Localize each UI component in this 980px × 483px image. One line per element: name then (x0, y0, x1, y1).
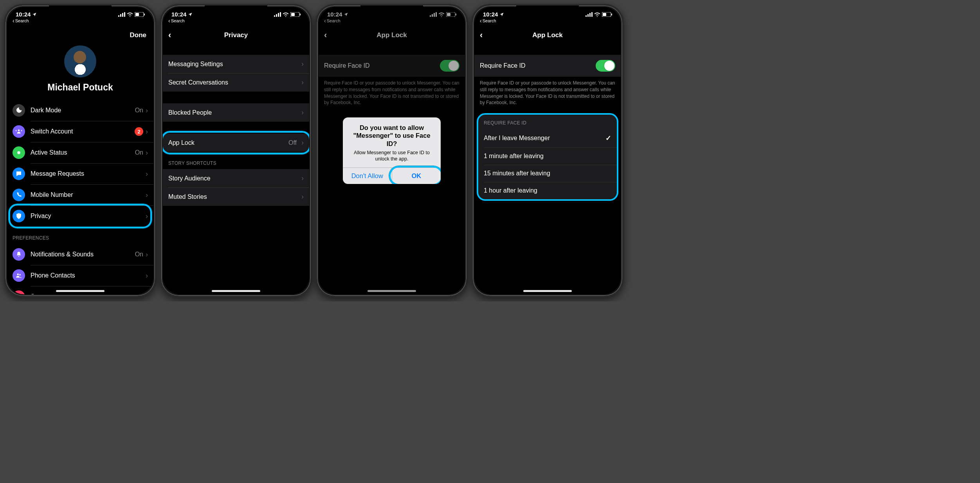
option-label: After I leave Messenger (484, 135, 550, 142)
chevron-right-icon: › (146, 212, 148, 220)
location-icon (188, 12, 193, 17)
timing-option[interactable]: 15 minutes after leaving (478, 165, 617, 182)
settings-row-phone-contacts[interactable]: Phone Contacts› (7, 265, 153, 286)
cell-signal-icon (118, 12, 125, 17)
status-time: 10:24 (483, 11, 498, 18)
chevron-right-icon: › (146, 272, 148, 280)
settings-row-mobile-number[interactable]: Mobile Number› (7, 184, 153, 205)
breadcrumb-back[interactable]: Search (474, 18, 621, 26)
row-label: Privacy (31, 213, 146, 220)
back-button[interactable]: ‹ (480, 30, 483, 40)
faceid-toggle[interactable] (596, 60, 615, 72)
row-label: Muted Stories (168, 193, 207, 200)
nav-bar: ‹ Privacy (163, 26, 309, 44)
status-bar: 10:24 (163, 7, 309, 18)
breadcrumb-back[interactable]: Search (163, 18, 309, 26)
avatar[interactable] (64, 45, 96, 77)
section-require-faceid: REQUIRE FACE ID (478, 115, 617, 129)
timing-option[interactable]: 1 minute after leaving (478, 148, 617, 165)
settings-row-dark-mode[interactable]: Dark ModeOn› (7, 100, 153, 121)
svg-rect-5 (135, 13, 139, 16)
shield-icon (13, 210, 25, 222)
settings-row-notifications-&-sounds[interactable]: Notifications & SoundsOn› (7, 244, 153, 265)
svg-rect-14 (274, 15, 275, 17)
settings-row-switch-account[interactable]: Switch Account2› (7, 121, 153, 142)
row-blocked-people[interactable]: Blocked People› (163, 103, 309, 122)
faceid-permission-alert: Do you want to allow"Messenger" to use F… (319, 7, 465, 294)
row-label: Active Status (31, 149, 135, 156)
row-messaging-settings[interactable]: Messaging Settings› (163, 55, 309, 73)
alert-message: Allow Messenger to use Face ID to unlock… (348, 150, 435, 162)
done-button[interactable]: Done (130, 31, 147, 39)
alert-deny-button[interactable]: Don't Allow (343, 168, 392, 184)
chat-icon (13, 168, 25, 180)
svg-rect-34 (611, 13, 612, 15)
switch-icon (13, 125, 25, 138)
timing-option[interactable]: After I leave Messenger✓ (478, 129, 617, 148)
status-time: 10:24 (16, 11, 31, 18)
settings-row-privacy[interactable]: Privacy› (7, 205, 153, 227)
settings-row-active-status[interactable]: Active StatusOn› (7, 142, 153, 163)
status-icons (274, 12, 301, 17)
alert-title: Do you want to allow"Messenger" to use F… (348, 124, 435, 148)
phone-1-profile: 10:24 Search Done Michael Potuck Dark Mo… (4, 4, 157, 297)
bell-icon (13, 248, 25, 261)
chevron-right-icon: › (301, 60, 304, 68)
row-value: On (135, 251, 143, 258)
nav-bar: ‹ App Lock (474, 26, 621, 44)
svg-rect-33 (603, 13, 606, 16)
breadcrumb-back[interactable]: Search (7, 18, 153, 26)
row-label: Secret Conversations (168, 79, 228, 86)
row-label: Message Requests (31, 170, 146, 177)
svg-rect-1 (120, 14, 121, 17)
row-value: Off (288, 139, 297, 146)
home-indicator[interactable] (212, 290, 260, 292)
row-app-lock[interactable]: App LockOff› (163, 133, 309, 152)
svg-rect-29 (587, 14, 589, 17)
row-label: Messaging Settings (168, 61, 223, 68)
chevron-right-icon: › (301, 193, 304, 201)
chevron-right-icon: › (301, 78, 304, 87)
nav-title: Privacy (224, 31, 248, 39)
row-label: Switch Account (31, 128, 135, 135)
back-button[interactable]: ‹ (168, 30, 171, 40)
require-faceid-row[interactable]: Require Face ID (474, 55, 621, 77)
status-bar: 10:24 (7, 7, 153, 18)
profile-name: Michael Potuck (7, 82, 153, 93)
dot-icon (13, 146, 25, 159)
location-icon (499, 12, 504, 17)
battery-icon (135, 12, 145, 17)
settings-row-message-requests[interactable]: Message Requests› (7, 163, 153, 184)
row-label: Notifications & Sounds (31, 251, 135, 258)
people-icon (13, 269, 25, 282)
row-secret-conversations[interactable]: Secret Conversations› (163, 73, 309, 92)
story-icon (13, 290, 25, 294)
section-preferences: PREFERENCES (7, 227, 153, 244)
svg-rect-2 (122, 13, 123, 17)
alert-ok-button[interactable]: OK (392, 168, 441, 184)
option-label: 1 hour after leaving (484, 187, 537, 194)
home-indicator[interactable] (523, 290, 572, 292)
wifi-icon (127, 12, 133, 17)
status-icons (118, 12, 145, 17)
phone-3-app-lock-alert: 10:24 Search ‹ App Lock Require Face ID … (315, 4, 468, 297)
svg-rect-6 (144, 13, 145, 15)
badge: 2 (135, 127, 143, 136)
phone-2-privacy: 10:24 Search ‹ Privacy Messaging Setting… (160, 4, 312, 297)
row-label: Story Audience (168, 175, 211, 182)
row-muted-stories[interactable]: Muted Stories› (163, 187, 309, 206)
svg-point-9 (17, 274, 19, 276)
phone-4-app-lock-options: 10:24 Search ‹ App Lock Require Face ID … (471, 4, 624, 297)
row-story-audience[interactable]: Story Audience› (163, 169, 309, 187)
svg-point-8 (17, 151, 20, 154)
svg-rect-17 (280, 12, 281, 17)
section-story-shortcuts: STORY SHORTCUTS (163, 152, 309, 169)
row-label: Phone Contacts (31, 272, 146, 279)
chevron-right-icon: › (146, 191, 148, 199)
chevron-right-icon: › (301, 139, 304, 147)
timing-option[interactable]: 1 hour after leaving (478, 182, 617, 199)
row-label: Require Face ID (480, 62, 526, 69)
svg-rect-31 (591, 12, 593, 17)
nav-bar: Done (7, 26, 153, 44)
home-indicator[interactable] (56, 290, 104, 292)
